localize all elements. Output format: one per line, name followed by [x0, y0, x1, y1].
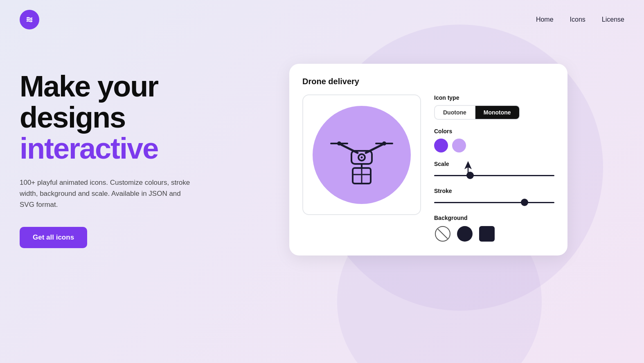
demo-card-body: Icon type Duotone Monotone Colors [302, 94, 554, 242]
color-swatches [434, 139, 554, 152]
logo-icon [24, 14, 35, 25]
icon-preview [302, 94, 421, 215]
bg-dark-square-option[interactable] [478, 225, 495, 242]
color-primary-swatch[interactable] [434, 139, 448, 152]
scale-slider-thumb[interactable] [466, 172, 474, 179]
scale-label: Scale [434, 161, 554, 167]
bg-dark-square-icon [479, 226, 495, 242]
icon-bg-circle [313, 106, 411, 204]
icon-type-group: Icon type Duotone Monotone [434, 94, 554, 120]
stroke-label: Stroke [434, 188, 554, 194]
bg-dark-circle-icon [457, 226, 473, 242]
stroke-slider-track[interactable] [434, 202, 554, 203]
scale-slider-track[interactable] [434, 175, 554, 176]
hero-title-line2: designs [20, 101, 125, 134]
logo[interactable] [20, 10, 39, 29]
duotone-button[interactable]: Duotone [435, 106, 475, 119]
stroke-group: Stroke [434, 188, 554, 206]
demo-area: Drone delivery [232, 64, 624, 255]
drone-icon [329, 122, 394, 188]
nav-icons[interactable]: Icons [570, 16, 585, 23]
hero-text: Make your designs interactive 100+ playf… [20, 71, 208, 248]
bg-none-option[interactable] [434, 225, 451, 242]
scale-group: Scale [434, 161, 554, 179]
hero-subtitle: 100+ playful animated icons. Customize c… [20, 177, 191, 211]
background-label: Background [434, 215, 554, 221]
monotone-button[interactable]: Monotone [475, 106, 519, 119]
demo-card: Drone delivery [289, 64, 567, 255]
background-options [434, 225, 554, 242]
bg-dark-circle-option[interactable] [456, 225, 473, 242]
background-group: Background [434, 215, 554, 242]
hero-title-line1: Make your [20, 70, 158, 103]
bg-none-icon [435, 226, 450, 242]
demo-card-title: Drone delivery [302, 77, 554, 86]
icon-type-label: Icon type [434, 94, 554, 101]
colors-label: Colors [434, 128, 554, 134]
stroke-slider-thumb[interactable] [521, 199, 528, 206]
scale-slider-container [434, 171, 554, 179]
hero-section: Make your designs interactive 100+ playf… [0, 39, 644, 255]
svg-point-9 [361, 156, 363, 158]
nav-license[interactable]: License [602, 16, 624, 23]
nav-home[interactable]: Home [536, 16, 554, 23]
nav-links: Home Icons License [536, 16, 624, 23]
hero-title: Make your designs interactive [20, 71, 208, 164]
colors-group: Colors [434, 128, 554, 152]
hero-title-accent: interactive [20, 132, 158, 165]
controls-panel: Icon type Duotone Monotone Colors [434, 94, 554, 242]
navbar: Home Icons License [0, 0, 644, 39]
cta-button[interactable]: Get all icons [20, 227, 87, 248]
icon-type-toggle: Duotone Monotone [434, 105, 520, 120]
stroke-slider-container [434, 198, 554, 206]
color-secondary-swatch[interactable] [452, 139, 466, 152]
